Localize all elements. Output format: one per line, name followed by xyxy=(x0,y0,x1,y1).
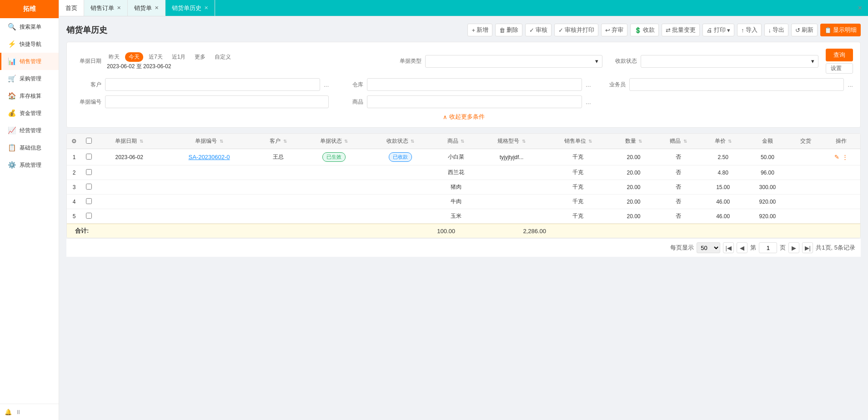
pagination: 每页显示 50 100 200 |◀ ◀ 页 第 页 ▶ ▶| 共1页, 5条记… xyxy=(66,238,861,257)
toolbar: + 新增 🗑 删除 ✓ 审核 ✓ 审核并打印 ↩ 弃审 xyxy=(467,24,861,36)
tab-sales-invoice[interactable]: 销货单 ✕ xyxy=(128,0,166,16)
delete-button[interactable]: 🗑 删除 xyxy=(495,24,522,36)
abandon-button[interactable]: ↩ 弃审 xyxy=(601,24,627,36)
customer-dots-btn[interactable]: ... xyxy=(324,81,329,88)
sidebar-item-inventory[interactable]: 🏠 库存核算 xyxy=(0,87,59,105)
print-button[interactable]: 🖨 打印 ▾ xyxy=(702,24,734,36)
page-next-btn[interactable]: ▶ xyxy=(788,242,799,253)
tab-sales-invoice-close[interactable]: ✕ xyxy=(155,5,159,11)
collapse-btn[interactable]: ∧ 收起更多条件 xyxy=(74,113,853,121)
th-settings[interactable]: ⚙ xyxy=(67,134,81,149)
cell-price: 4.80 xyxy=(701,165,745,180)
data-table: ⚙ 单据日期 ⇅ 单据编号 ⇅ 客户 ⇅ 单据状态 ⇅ 收款状态 ⇅ 商品 ⇅ … xyxy=(67,134,860,224)
date-tag-custom[interactable]: 自定义 xyxy=(211,52,235,62)
quicknav-icon: ⚡ xyxy=(8,40,16,48)
sidebar-item-sysmgmt[interactable]: ⚙️ 系统管理 xyxy=(0,156,59,174)
export-button[interactable]: ↓ 导出 xyxy=(764,24,789,36)
tab-sales-order[interactable]: 销售订单 ✕ xyxy=(84,0,128,16)
tab-home[interactable]: 首页 xyxy=(59,0,84,16)
th-unit[interactable]: 销售单位 ⇅ xyxy=(545,134,611,149)
filter-docno-label: 单据编号 xyxy=(74,98,101,106)
cell-checkbox[interactable] xyxy=(81,149,96,165)
filter-docno-input[interactable] xyxy=(105,95,329,108)
edit-btn[interactable]: ✎ xyxy=(834,154,839,160)
import-button[interactable]: ↑ 导入 xyxy=(737,24,762,36)
filter-warehouse-input[interactable] xyxy=(367,78,582,91)
th-customer[interactable]: 客户 ⇅ xyxy=(256,134,301,149)
cell-checkbox[interactable] xyxy=(81,180,96,195)
sort-icon: ⇅ xyxy=(683,139,687,144)
filter-payment-status-select[interactable]: ▾ xyxy=(641,55,818,68)
th-price[interactable]: 单价 ⇅ xyxy=(701,134,745,149)
page-last-btn[interactable]: ▶| xyxy=(802,242,813,253)
cell-goods: 西兰花 xyxy=(434,165,478,180)
filter-salesman-input[interactable] xyxy=(629,78,844,91)
th-doc-date[interactable]: 单据日期 ⇅ xyxy=(96,134,162,149)
th-goods[interactable]: 商品 ⇅ xyxy=(434,134,478,149)
select-all-checkbox[interactable] xyxy=(86,138,92,144)
sidebar-item-search[interactable]: 🔍 搜索菜单 xyxy=(0,18,59,35)
purchase-icon: 🛒 xyxy=(8,75,16,83)
th-doc-status[interactable]: 单据状态 ⇅ xyxy=(301,134,367,149)
page-first-btn[interactable]: |◀ xyxy=(723,242,734,253)
sort-icon: ⇅ xyxy=(461,139,464,144)
filter-goods-input[interactable] xyxy=(367,95,582,108)
date-tag-yesterday[interactable]: 昨天 xyxy=(105,52,123,62)
cell-docno[interactable]: SA-20230602-0 xyxy=(162,149,256,165)
main-area: 首页 销售订单 ✕ 销货单 ✕ 销货单历史 ✕ ✕ 销货单历史 + 新增 xyxy=(59,0,868,420)
more-btn[interactable]: ⋮ xyxy=(842,154,848,160)
date-tag-more[interactable]: 更多 xyxy=(191,52,209,62)
filter-panel: 单据日期 昨天 今天 近7天 近1月 更多 自定义 2023-06-02 至 2… xyxy=(66,42,861,128)
page-prev-btn[interactable]: ◀ xyxy=(737,242,748,253)
footer-qty: 100.00 xyxy=(428,228,455,235)
th-checkbox[interactable] xyxy=(81,134,96,149)
cell-checkbox[interactable] xyxy=(81,195,96,209)
page-input[interactable] xyxy=(759,242,777,253)
batch-change-button[interactable]: ⇄ 批量变更 xyxy=(662,24,700,36)
sidebar-item-purchase[interactable]: 🛒 采购管理 xyxy=(0,70,59,87)
date-tag-7days[interactable]: 近7天 xyxy=(145,52,166,62)
goods-dots-btn[interactable]: ... xyxy=(586,98,591,105)
cell-docno[interactable] xyxy=(162,195,256,209)
th-payment-status[interactable]: 收款状态 ⇅ xyxy=(367,134,433,149)
sidebar-item-finance[interactable]: 💰 资金管理 xyxy=(0,105,59,122)
cell-checkbox[interactable] xyxy=(81,165,96,180)
cell-docno[interactable] xyxy=(162,180,256,195)
show-details-button[interactable]: 📋 显示明细 xyxy=(820,24,861,36)
audit-button[interactable]: ✓ 审核 xyxy=(525,24,552,36)
date-tag-1month[interactable]: 近1月 xyxy=(168,52,190,62)
query-button[interactable]: 查询 xyxy=(826,49,853,61)
cell-amount: 50.00 xyxy=(745,149,789,165)
th-gift[interactable]: 赠品 ⇅ xyxy=(656,134,701,149)
cell-docno[interactable] xyxy=(162,209,256,224)
cell-checkbox[interactable] xyxy=(81,209,96,224)
tab-sales-order-close[interactable]: ✕ xyxy=(117,5,121,11)
new-button[interactable]: + 新增 xyxy=(467,24,492,36)
refresh-button[interactable]: ↺ 刷新 xyxy=(791,24,818,36)
sidebar-bottom-icon1[interactable]: 🔔 xyxy=(5,409,12,415)
cell-action xyxy=(822,165,860,180)
sidebar-item-quicknav[interactable]: ⚡ 快捷导航 xyxy=(0,35,59,53)
cell-docno[interactable] xyxy=(162,165,256,180)
tab-sales-history-close[interactable]: ✕ xyxy=(204,5,208,11)
th-spec[interactable]: 规格型号 ⇅ xyxy=(478,134,545,149)
filter-customer-input[interactable] xyxy=(105,78,320,91)
warehouse-dots-btn[interactable]: ... xyxy=(586,81,591,88)
salesman-dots-btn[interactable]: ... xyxy=(848,81,853,88)
sidebar-bottom-icon2[interactable]: ⏸ xyxy=(15,409,21,415)
per-page-select[interactable]: 50 100 200 xyxy=(697,242,720,253)
filter-doc-type-select[interactable]: ▾ xyxy=(425,55,603,68)
th-qty[interactable]: 数量 ⇅ xyxy=(611,134,656,149)
sort-icon: ⇅ xyxy=(638,139,642,144)
sidebar-item-operations[interactable]: 📈 经营管理 xyxy=(0,122,59,139)
sidebar-item-sales[interactable]: 📊 销售管理 xyxy=(0,53,59,70)
cell-price: 46.00 xyxy=(701,209,745,224)
settings-button[interactable]: 设置 xyxy=(826,63,853,74)
date-tag-today[interactable]: 今天 xyxy=(125,52,143,62)
sidebar-item-basicinfo[interactable]: 📋 基础信息 xyxy=(0,139,59,156)
audit-print-button[interactable]: ✓ 审核并打印 xyxy=(554,24,598,36)
tabbar-close-btn[interactable]: ✕ xyxy=(852,0,868,16)
tab-sales-history[interactable]: 销货单历史 ✕ xyxy=(166,0,215,16)
th-doc-no[interactable]: 单据编号 ⇅ xyxy=(162,134,256,149)
collect-button[interactable]: 💲 收款 xyxy=(630,24,659,36)
